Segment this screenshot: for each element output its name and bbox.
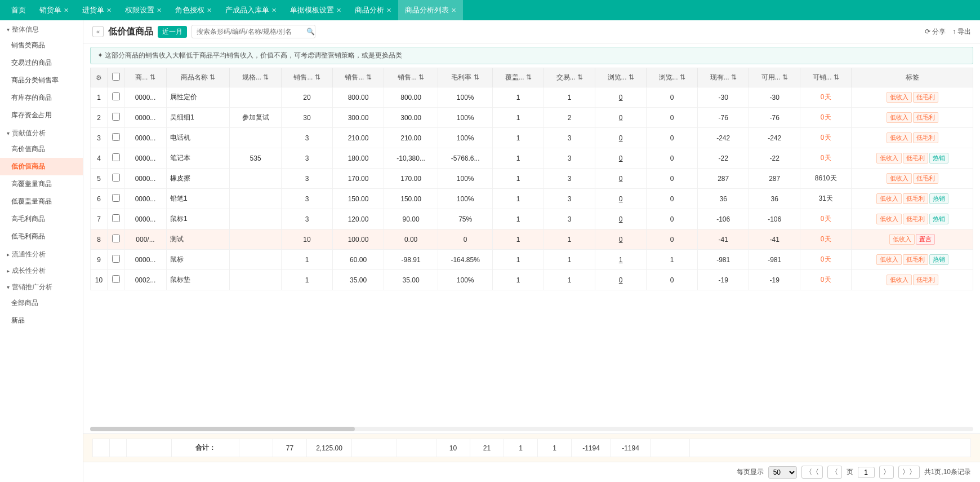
nav-template-close[interactable]: ✕ <box>336 7 341 14</box>
nav-purchase-close[interactable]: ✕ <box>106 7 112 14</box>
row-checkbox[interactable] <box>112 194 120 202</box>
row-checkbox[interactable] <box>112 153 120 161</box>
sidebar-item-low-value[interactable]: 低价值商品 <box>0 158 83 175</box>
page-input[interactable] <box>858 467 875 478</box>
tag-badge: 热销 <box>929 214 948 224</box>
row-checkbox[interactable] <box>112 92 120 100</box>
row-name: 笔记本 <box>166 148 229 169</box>
nav-template[interactable]: 单据模板设置 ✕ <box>283 0 348 20</box>
sidebar-item-new-goods[interactable]: 新品 <box>0 312 83 329</box>
scroll-thumb[interactable] <box>90 427 355 431</box>
col-code[interactable]: 商... ⇅ <box>124 68 167 87</box>
row-available: -41 <box>749 229 800 250</box>
col-trade[interactable]: 交易... ⇅ <box>544 68 595 87</box>
page-size-select[interactable]: 50 100 200 <box>768 466 797 479</box>
nav-sales[interactable]: 销货单 ✕ <box>33 0 75 20</box>
search-input[interactable] <box>191 25 315 38</box>
sidebar-item-category-rate[interactable]: 商品分类销售率 <box>0 72 83 89</box>
col-spec[interactable]: 规格... ⇅ <box>230 68 282 87</box>
sidebar-item-low-profit[interactable]: 低毛利商品 <box>0 228 83 245</box>
date-range-tag[interactable]: 近一月 <box>158 26 187 38</box>
col-sale-amount[interactable]: 销售... ⇅ <box>333 68 384 87</box>
select-all-checkbox[interactable] <box>112 73 120 81</box>
nav-permission-close[interactable]: ✕ <box>157 7 162 14</box>
row-browse1[interactable]: 0 <box>595 209 647 229</box>
nav-inventory-close[interactable]: ✕ <box>271 7 277 14</box>
sidebar-item-capital[interactable]: 库存资金占用 <box>0 107 83 124</box>
col-gross-margin[interactable]: 毛利率 ⇅ <box>438 68 493 87</box>
row-spec <box>230 189 282 209</box>
row-browse1[interactable]: 0 <box>595 108 647 128</box>
row-current-stock: -19 <box>698 270 749 290</box>
first-page-button[interactable]: 〈〈 <box>801 466 823 479</box>
col-saleable[interactable]: 可销... ⇅ <box>800 68 852 87</box>
nav-permission[interactable]: 权限设置 ✕ <box>118 0 168 20</box>
row-browse2: 0 <box>647 128 698 148</box>
sidebar-item-stock-goods[interactable]: 有库存的商品 <box>0 89 83 107</box>
col-available[interactable]: 可用... ⇅ <box>749 68 800 87</box>
row-browse1[interactable]: 0 <box>595 128 647 148</box>
last-page-button[interactable]: 〉〉 <box>898 466 920 479</box>
row-browse1[interactable]: 1 <box>595 250 647 270</box>
sidebar-item-high-value[interactable]: 高价值商品 <box>0 140 83 158</box>
row-checkbox[interactable] <box>112 214 120 222</box>
row-checkbox[interactable] <box>112 113 120 121</box>
sidebar-item-all-goods[interactable]: 全部商品 <box>0 294 83 312</box>
share-button[interactable]: ⟳ 分享 <box>925 27 946 37</box>
row-saleable: 31天 <box>800 189 852 209</box>
row-browse1[interactable]: 0 <box>595 229 647 250</box>
row-checkbox[interactable] <box>112 275 120 283</box>
search-icon[interactable]: 🔍 <box>306 28 315 36</box>
row-checkbox[interactable] <box>112 235 120 242</box>
col-name[interactable]: 商品名称 ⇅ <box>166 68 229 87</box>
nav-analysis-close[interactable]: ✕ <box>386 7 391 14</box>
nav-analysis-list-close[interactable]: ✕ <box>451 7 456 14</box>
col-settings[interactable]: ⚙ <box>91 68 108 87</box>
tag-badge: 低收入 <box>876 193 902 204</box>
row-gross-margin: -5766.6... <box>438 148 493 169</box>
nav-role-close[interactable]: ✕ <box>207 7 212 14</box>
table-row: 6 0000... 铅笔1 3 150.00 150.00 100% 1 3 0… <box>91 189 973 209</box>
row-browse1[interactable]: 0 <box>595 189 647 209</box>
nav-analysis-list[interactable]: 商品分析列表 ✕ <box>398 0 463 20</box>
sidebar-item-low-coverage[interactable]: 低覆盖量商品 <box>0 193 83 210</box>
settings-icon[interactable]: ⚙ <box>96 74 102 82</box>
nav-sales-close[interactable]: ✕ <box>64 7 69 14</box>
sidebar-group-overview[interactable]: ▾ 整体信息 <box>0 20 83 37</box>
export-button[interactable]: ↑ 导出 <box>952 27 971 37</box>
row-spec: 535 <box>230 148 282 169</box>
col-coverage[interactable]: 覆盖... ⇅ <box>493 68 544 87</box>
row-checkbox[interactable] <box>112 255 120 263</box>
col-current-stock[interactable]: 现有... ⇅ <box>698 68 749 87</box>
sidebar-item-sales-goods[interactable]: 销售类商品 <box>0 37 83 54</box>
total-label: 合计： <box>172 439 239 457</box>
sidebar-item-high-profit[interactable]: 高毛利商品 <box>0 210 83 228</box>
horizontal-scrollbar[interactable] <box>90 427 973 431</box>
sidebar-group-circulation[interactable]: ▸ 流通性分析 <box>0 245 83 262</box>
col-browse1[interactable]: 浏览... ⇅ <box>595 68 647 87</box>
row-browse1[interactable]: 0 <box>595 169 647 189</box>
sidebar-item-high-coverage[interactable]: 高覆盖量商品 <box>0 175 83 193</box>
row-checkbox[interactable] <box>112 174 120 182</box>
row-browse1[interactable]: 0 <box>595 270 647 290</box>
row-browse1[interactable]: 0 <box>595 87 647 108</box>
sidebar-item-traded-goods[interactable]: 交易过的商品 <box>0 54 83 72</box>
nav-home[interactable]: 首页 <box>5 0 33 20</box>
nav-analysis[interactable]: 商品分析 ✕ <box>348 0 398 20</box>
nav-role[interactable]: 角色授权 ✕ <box>168 0 219 20</box>
row-num: 3 <box>91 128 108 148</box>
row-browse1[interactable]: 0 <box>595 148 647 169</box>
tag-badge: 低收入 <box>876 153 902 163</box>
sidebar-group-contribution[interactable]: ▾ 贡献值分析 <box>0 124 83 140</box>
sidebar-group-growth[interactable]: ▸ 成长性分析 <box>0 262 83 278</box>
nav-purchase[interactable]: 进货单 ✕ <box>75 0 118 20</box>
prev-page-button[interactable]: 〈 <box>827 466 842 479</box>
sidebar-group-marketing[interactable]: ▾ 营销推广分析 <box>0 278 83 294</box>
nav-inventory[interactable]: 产成品入库单 ✕ <box>219 0 283 20</box>
col-browse2[interactable]: 浏览... ⇅ <box>647 68 698 87</box>
col-sale-qty[interactable]: 销售... ⇅ <box>282 68 333 87</box>
collapse-button[interactable]: « <box>92 26 104 37</box>
next-page-button[interactable]: 〉 <box>879 466 894 479</box>
col-sale-profit[interactable]: 销售... ⇅ <box>384 68 438 87</box>
row-checkbox[interactable] <box>112 133 120 141</box>
